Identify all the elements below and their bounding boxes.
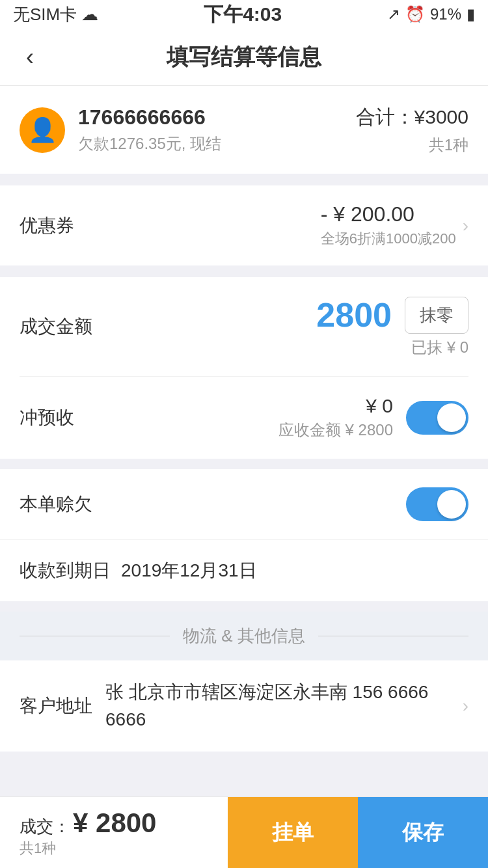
deal-amount-row: 成交金额 2800 抹零 已抹 ¥ 0 bbox=[20, 277, 468, 377]
logistics-label: 物流 & 其他信息 bbox=[183, 625, 305, 647]
status-right: ↗ ⏰ 91% ▮ bbox=[387, 5, 475, 23]
round-zero-button[interactable]: 抹零 bbox=[405, 297, 468, 334]
prepay-right: ¥ 0 应收金额 ¥ 2800 bbox=[278, 395, 468, 441]
battery-label: 91% bbox=[430, 5, 461, 23]
customer-phone: 17666666666 bbox=[78, 105, 221, 129]
address-row[interactable]: 客户地址 张 北京市市辖区海淀区永丰南 156 6666 6666 › bbox=[0, 660, 488, 752]
customer-left: 👤 17666666666 欠款1276.35元, 现结 bbox=[20, 105, 221, 154]
deal-amount-label: 成交金额 bbox=[20, 314, 92, 339]
prepay-sub: 应收金额 ¥ 2800 bbox=[278, 420, 393, 441]
divider-4 bbox=[0, 601, 488, 612]
prepay-amount: ¥ 0 bbox=[278, 395, 393, 417]
status-bar: 无SIM卡 ☁ 下午4:03 ↗ ⏰ 91% ▮ bbox=[0, 0, 488, 29]
coupon-row[interactable]: 优惠券 - ¥ 200.00 全场6折满1000减200 › bbox=[0, 185, 488, 265]
divider-1 bbox=[0, 175, 488, 185]
nav-bar: ‹ 填写结算等信息 bbox=[0, 29, 488, 86]
due-date-row: 收款到期日 2019年12月31日 bbox=[0, 539, 488, 601]
debt-row: 本单赊欠 bbox=[0, 469, 488, 539]
logistics-section-header: 物流 & 其他信息 bbox=[0, 612, 488, 660]
deal-amount-number: 2800 bbox=[316, 295, 392, 334]
due-date-label: 收款到期日 bbox=[20, 558, 111, 583]
coupon-label: 优惠券 bbox=[20, 213, 74, 238]
page-title: 填写结算等信息 bbox=[167, 42, 321, 72]
bottom-count: 共1种 bbox=[20, 839, 208, 858]
save-button[interactable]: 保存 bbox=[358, 797, 488, 869]
sim-label: 无SIM卡 ☁ bbox=[13, 3, 98, 26]
prepay-row: 冲预收 ¥ 0 应收金额 ¥ 2800 bbox=[20, 377, 468, 459]
toggle-knob bbox=[437, 403, 466, 432]
bottom-bar: 成交： ¥ 2800 共1种 挂单 保存 bbox=[0, 796, 488, 868]
coupon-arrow-icon: › bbox=[463, 215, 468, 236]
location-icon: ↗ bbox=[387, 5, 400, 23]
coupon-value-block: - ¥ 200.00 全场6折满1000减200 bbox=[321, 202, 456, 249]
prepay-amount-block: ¥ 0 应收金额 ¥ 2800 bbox=[278, 395, 393, 441]
customer-right: 合计：¥3000 共1种 bbox=[356, 104, 468, 156]
battery-icon: ▮ bbox=[467, 5, 475, 23]
coupon-discount: - ¥ 200.00 bbox=[321, 202, 456, 226]
logistics-line-left bbox=[20, 636, 170, 636]
status-left: 无SIM卡 ☁ bbox=[13, 3, 98, 26]
hold-order-button[interactable]: 挂单 bbox=[228, 797, 358, 869]
status-time: 下午4:03 bbox=[204, 1, 282, 28]
bottom-summary: 成交： ¥ 2800 共1种 bbox=[0, 807, 228, 858]
customer-card: 👤 17666666666 欠款1276.35元, 现结 合计：¥3000 共1… bbox=[0, 86, 488, 174]
coupon-right: - ¥ 200.00 全场6折满1000减200 › bbox=[321, 202, 468, 249]
order-total: 合计：¥3000 bbox=[356, 104, 468, 131]
debt-label: 本单赊欠 bbox=[20, 492, 92, 517]
divider-2 bbox=[0, 267, 488, 277]
debt-toggle[interactable] bbox=[406, 487, 468, 521]
back-button[interactable]: ‹ bbox=[20, 37, 40, 77]
customer-info: 17666666666 欠款1276.35元, 现结 bbox=[78, 105, 221, 154]
order-count: 共1种 bbox=[356, 135, 468, 156]
avatar: 👤 bbox=[20, 107, 65, 153]
debt-toggle-knob bbox=[437, 490, 466, 519]
bottom-deal-line: 成交： ¥ 2800 bbox=[20, 807, 208, 839]
coupon-description: 全场6折满1000减200 bbox=[321, 229, 456, 249]
due-date-value: 2019年12月31日 bbox=[121, 558, 257, 583]
prepay-toggle[interactable] bbox=[406, 401, 468, 435]
address-label: 客户地址 bbox=[20, 694, 92, 718]
deal-amount-sub: 已抹 ¥ 0 bbox=[316, 337, 468, 358]
bottom-deal-amount: ¥ 2800 bbox=[73, 807, 156, 839]
prepay-label: 冲预收 bbox=[20, 405, 74, 430]
address-value: 张 北京市市辖区海淀区永丰南 156 6666 6666 bbox=[105, 679, 463, 733]
deal-amount-value-block: 2800 抹零 bbox=[316, 295, 468, 334]
bottom-deal-label: 成交： bbox=[20, 815, 70, 838]
amount-section: 成交金额 2800 抹零 已抹 ¥ 0 冲预收 ¥ 0 应收金额 ¥ 2800 bbox=[0, 277, 488, 459]
customer-debt: 欠款1276.35元, 现结 bbox=[78, 133, 221, 154]
deal-amount-right: 2800 抹零 已抹 ¥ 0 bbox=[316, 295, 468, 358]
clock-icon: ⏰ bbox=[405, 5, 425, 23]
divider-3 bbox=[0, 459, 488, 469]
logistics-line-right bbox=[318, 636, 468, 636]
address-arrow-icon: › bbox=[463, 696, 468, 716]
